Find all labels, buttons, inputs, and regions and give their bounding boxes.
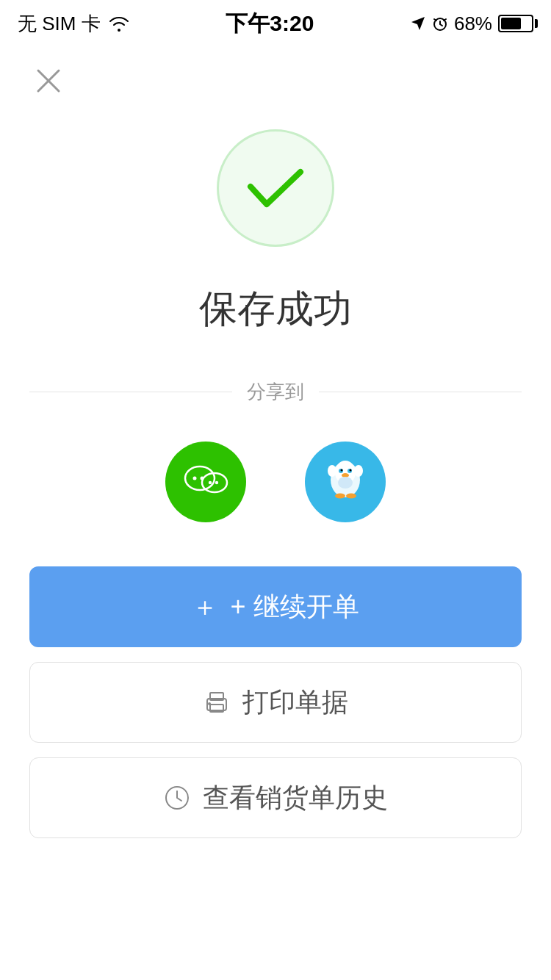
share-divider: 分享到 bbox=[29, 379, 522, 405]
sim-text: 无 SIM 卡 bbox=[18, 11, 101, 37]
svg-point-13 bbox=[340, 469, 342, 472]
success-circle bbox=[217, 129, 334, 247]
close-button[interactable] bbox=[29, 62, 68, 100]
svg-point-3 bbox=[185, 466, 215, 490]
status-bar: 无 SIM 卡 下午3:20 68% bbox=[0, 0, 551, 47]
history-button[interactable]: 查看销货单历史 bbox=[29, 757, 522, 838]
wechat-share-button[interactable] bbox=[165, 442, 246, 522]
alarm-icon bbox=[432, 15, 448, 32]
svg-point-6 bbox=[200, 476, 204, 480]
print-button[interactable]: 打印单据 bbox=[29, 662, 522, 743]
checkmark-icon bbox=[246, 166, 305, 210]
svg-point-18 bbox=[346, 494, 356, 499]
svg-point-24 bbox=[208, 702, 211, 705]
action-buttons: ＋ + 继续开单 打印单据 查看销货单历史 bbox=[29, 566, 522, 838]
plus-icon: ＋ bbox=[192, 589, 218, 625]
close-button-container bbox=[29, 62, 522, 100]
divider-left bbox=[29, 392, 232, 392]
status-left: 无 SIM 卡 bbox=[18, 11, 130, 37]
share-icons bbox=[165, 442, 386, 522]
continue-button[interactable]: ＋ + 继续开单 bbox=[29, 566, 522, 647]
location-icon bbox=[410, 15, 426, 32]
svg-point-5 bbox=[192, 476, 196, 480]
qq-icon bbox=[322, 456, 370, 508]
print-icon bbox=[203, 688, 231, 716]
print-label: 打印单据 bbox=[242, 685, 348, 721]
status-right: 68% bbox=[410, 12, 533, 35]
history-icon bbox=[163, 784, 191, 812]
continue-label: + 继续开单 bbox=[230, 589, 359, 625]
status-time: 下午3:20 bbox=[226, 9, 314, 39]
battery-icon bbox=[498, 15, 533, 32]
svg-point-7 bbox=[208, 480, 211, 483]
main-content: 保存成功 分享到 bbox=[0, 47, 551, 868]
svg-point-8 bbox=[215, 480, 217, 483]
svg-point-17 bbox=[335, 494, 345, 499]
svg-point-19 bbox=[328, 465, 336, 477]
history-label: 查看销货单历史 bbox=[203, 780, 388, 816]
qq-share-button[interactable] bbox=[305, 442, 386, 522]
wechat-icon bbox=[182, 462, 230, 502]
wifi-icon bbox=[108, 15, 130, 32]
success-title: 保存成功 bbox=[199, 284, 352, 335]
svg-point-14 bbox=[349, 469, 351, 472]
svg-point-16 bbox=[338, 477, 353, 489]
close-icon bbox=[35, 68, 62, 94]
battery-fill bbox=[501, 18, 521, 29]
svg-point-20 bbox=[354, 465, 363, 477]
divider-right bbox=[319, 392, 522, 392]
divider-text: 分享到 bbox=[247, 379, 304, 405]
battery-percentage: 68% bbox=[454, 12, 492, 35]
